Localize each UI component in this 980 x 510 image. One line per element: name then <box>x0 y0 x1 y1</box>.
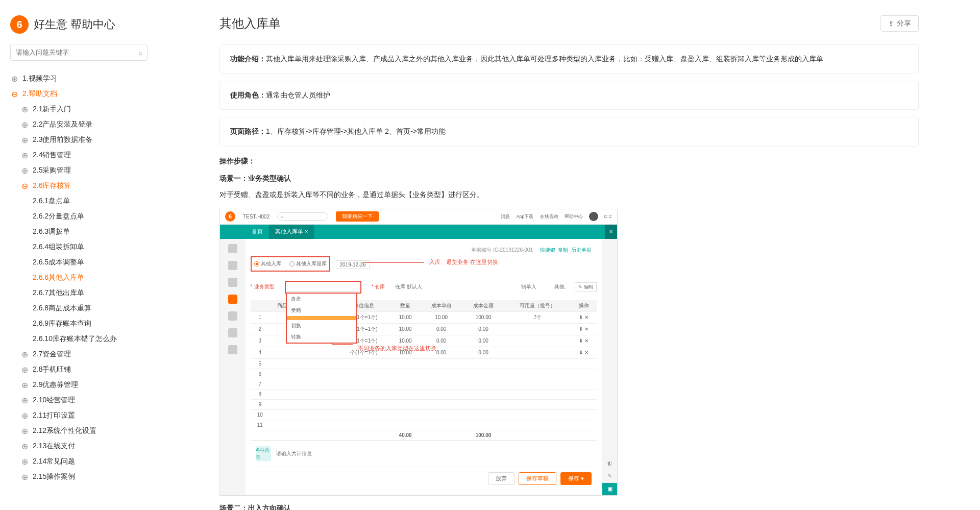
nav-item[interactable]: 2.11打印设置 <box>10 408 148 423</box>
nav-item[interactable]: 2.1新手入门 <box>10 102 148 117</box>
ss-tab-home[interactable]: 首页 <box>246 225 269 239</box>
nav-item[interactable]: 2.7资金管理 <box>10 347 148 362</box>
search-input[interactable] <box>10 44 148 61</box>
nav-item[interactable]: 2.10经营管理 <box>10 393 148 408</box>
nav-item-label: 2.6.8商品成本重算 <box>33 304 91 313</box>
ss-sidebar-icon-5[interactable] <box>228 311 237 321</box>
nav-item[interactable]: 2.6.8商品成本重算 <box>10 301 148 316</box>
ss-btn-draft[interactable]: 保存草稿 <box>519 472 556 485</box>
nav-item-label: 2.7资金管理 <box>33 350 71 359</box>
ss-btn-cancel[interactable]: 放弃 <box>488 472 514 485</box>
nav-item[interactable]: 2.12系统个性化设置 <box>10 423 148 439</box>
ss-tab-close-icon[interactable]: × <box>605 225 617 239</box>
ss-td <box>571 420 597 430</box>
ss-buy-button[interactable]: 我要购买一下 <box>336 211 379 222</box>
ss-sidebar-icon-1[interactable] <box>228 244 237 253</box>
ss-sidebar-icon-3[interactable] <box>228 278 237 287</box>
ss-right-item-1[interactable]: ▣ <box>602 482 617 495</box>
ss-dd-item-5[interactable]: 转换 <box>287 331 356 343</box>
ss-table-row[interactable]: 7 <box>251 379 597 389</box>
ss-tab-form[interactable]: 其他入库单 × <box>269 225 314 239</box>
ss-table-row[interactable]: 6 <box>251 369 597 379</box>
ss-th: 成本单价 <box>420 300 462 312</box>
ss-dd-item-3[interactable] <box>287 316 356 320</box>
nav-item[interactable]: 2.4销售管理 <box>10 148 148 163</box>
nav-item[interactable]: 2.6.3调拨单 <box>10 224 148 239</box>
ss-td <box>390 420 421 430</box>
ss-toolbar-link-3[interactable]: 历史单据 <box>571 247 592 253</box>
nav-item[interactable]: 2.6.5成本调整单 <box>10 255 148 270</box>
ss-top-link-user[interactable]: C C <box>604 214 612 219</box>
ss-dd-item-1[interactable]: 盘盈 <box>287 294 356 305</box>
ss-btn-save[interactable]: 保存 ▾ <box>560 472 592 485</box>
ss-biz-type-input[interactable] <box>287 283 359 292</box>
nav-item[interactable]: 2.6.6其他入库单 <box>10 270 148 285</box>
ss-sidebar-icon-7[interactable] <box>228 345 237 354</box>
ss-table-row[interactable]: 8 <box>251 389 597 399</box>
share-button[interactable]: ⇪ 分享 <box>880 15 919 32</box>
ss-sidebar-icon-active[interactable] <box>228 295 237 304</box>
ss-dd-item-4[interactable]: 切换 <box>287 320 356 331</box>
nav-item[interactable]: 2.6.2分量盘点单 <box>10 209 148 224</box>
steps-label: 操作步骤： <box>219 157 919 166</box>
ss-search-input[interactable] <box>277 212 328 221</box>
ss-td <box>270 420 296 430</box>
ss-td: 0.00 <box>462 347 504 358</box>
ss-dd-item-2[interactable]: 受赠 <box>287 305 356 316</box>
plus-icon <box>20 427 29 435</box>
ss-right-item-3[interactable]: ◐ <box>602 457 617 470</box>
ss-td <box>295 389 337 399</box>
ss-radio-in[interactable]: 其他入库 <box>254 260 281 268</box>
ss-table-row[interactable]: 11 <box>251 420 597 430</box>
ss-toolbar-link-2[interactable]: 复制 <box>558 247 568 253</box>
nav-item[interactable]: 2.6.1盘点单 <box>10 193 148 209</box>
ss-td <box>390 399 421 409</box>
nav-item-label: 2.6.6其他入库单 <box>33 273 84 282</box>
nav-item[interactable]: 2.6.9库存账本查询 <box>10 316 148 331</box>
ss-form-maker-label: 制单人 <box>521 283 536 290</box>
ss-td <box>390 409 421 420</box>
nav-item[interactable]: 2.14常见问题 <box>10 454 148 469</box>
ss-table-row[interactable]: 9 <box>251 399 597 409</box>
nav-item[interactable]: 2.9优惠券管理 <box>10 377 148 393</box>
nav-item[interactable]: 2.8手机旺铺 <box>10 362 148 377</box>
nav-item[interactable]: 2.13在线支付 <box>10 439 148 454</box>
ss-td: 9 <box>251 399 270 409</box>
ss-left-sidebar <box>220 239 246 495</box>
nav-item[interactable]: 2.6库存核算 <box>10 178 148 193</box>
ss-top-link-chat[interactable]: 在线咨询 <box>540 213 558 220</box>
ss-date-field[interactable]: 2019-12-26 <box>336 260 369 269</box>
ss-memo-input[interactable] <box>276 451 592 456</box>
nav-list: 1.视频学习2.帮助文档2.1新手入门2.2产品安装及登录2.3使用前数据准备2… <box>10 71 148 484</box>
ss-radio-out[interactable]: 其他入库退库 <box>289 260 327 268</box>
nav-item[interactable]: 1.视频学习 <box>10 71 148 86</box>
ss-logo-icon: 6 <box>225 211 235 222</box>
ss-red-note-2: 不同业务的入库类型在这里切换 <box>358 345 436 352</box>
ss-table-row[interactable]: 10 <box>251 409 597 420</box>
ss-sidebar-icon-2[interactable] <box>228 261 237 270</box>
ss-sidebar-icon-6[interactable] <box>228 328 237 337</box>
ss-right-toolbar: ▣ ✎ ◐ <box>602 239 617 495</box>
nav-item[interactable]: 2.15操作案例 <box>10 469 148 484</box>
nav-item[interactable]: 2.3使用前数据准备 <box>10 132 148 148</box>
ss-top-link-help[interactable]: 帮助中心 <box>565 213 583 220</box>
nav-item[interactable]: 2.6.10库存账本错了怎么办 <box>10 331 148 347</box>
ss-toolbar-link-1[interactable]: 快捷键 <box>540 247 555 253</box>
ss-td: 5 <box>251 358 270 369</box>
ss-table-row[interactable]: 5 <box>251 358 597 369</box>
nav-item[interactable]: 2.6.4组装拆卸单 <box>10 239 148 255</box>
nav-item[interactable]: 2.5采购管理 <box>10 163 148 178</box>
search-icon[interactable]: ⌕ <box>138 48 142 57</box>
nav-item[interactable]: 2.帮助文档 <box>10 86 148 102</box>
ss-right-item-2[interactable]: ✎ <box>602 470 617 482</box>
nav-item[interactable]: 2.2产品安装及登录 <box>10 117 148 132</box>
nav-item-label: 2.6.4组装拆卸单 <box>33 242 84 252</box>
ss-top-link-app[interactable]: App下载 <box>516 213 533 220</box>
nav-item[interactable]: 2.6.7其他出库单 <box>10 285 148 301</box>
plus-icon <box>20 350 29 358</box>
plus-icon <box>20 136 29 144</box>
ss-top-link-msg[interactable]: 消息 <box>501 213 510 220</box>
ss-td: 7个 <box>504 311 571 323</box>
ss-avatar-icon[interactable] <box>589 212 598 221</box>
path-label: 页面路径： <box>230 127 266 135</box>
